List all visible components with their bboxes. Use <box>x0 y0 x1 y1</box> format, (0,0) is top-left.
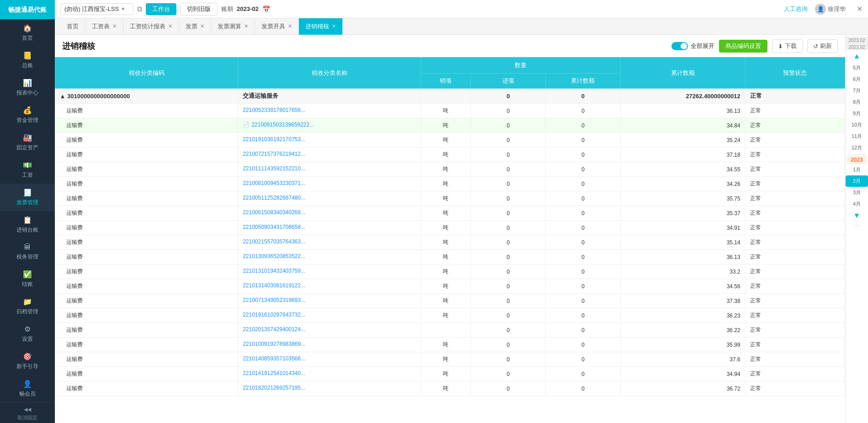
support-link[interactable]: 人工咨询 <box>784 5 808 13</box>
user-menu[interactable]: 👤 徐淫华 <box>815 4 846 15</box>
sidebar-item-reports[interactable]: 📊 报表中心 <box>0 74 55 101</box>
cal-month-9[interactable]: 9月 <box>846 108 868 119</box>
tab-sales-verify[interactable]: 进销稽核 ✕ <box>299 18 343 35</box>
switch-version-button[interactable]: 切到旧版 <box>180 3 218 16</box>
sidebar-item-label: 资金管理 <box>16 116 38 124</box>
cal-month-12[interactable]: 12月 <box>846 142 868 153</box>
cell-name: 运输费 <box>55 250 238 264</box>
table-row[interactable]: 运输费 📄 2210091503139659222... 吨 0 0 34.84… <box>55 118 845 133</box>
workspace-button[interactable]: 工作台 <box>146 3 176 15</box>
table-row[interactable]: 运输费 2210100919278983869... 吨 0 0 35.99 正… <box>55 338 845 352</box>
sidebar-item-settings[interactable]: ⚙ 设置 <box>0 320 55 348</box>
table-row[interactable]: 运输费 2210071349052319693... 吨 0 0 37.38 正… <box>55 294 845 308</box>
tab-close-icon[interactable]: ✕ <box>288 23 292 29</box>
tab-home[interactable]: 首页 <box>60 18 85 35</box>
cell-sales: 0 <box>471 264 546 279</box>
cell-unit: 吨 <box>421 264 471 279</box>
table-row[interactable]: 运输费 2210131019432403759... 吨 0 0 33.2 正常 <box>55 264 845 279</box>
table-row[interactable]: 运输费 2210182021269257195... 吨 0 0 36.72 正… <box>55 381 845 396</box>
sidebar-item-member[interactable]: 👤 畅会员 <box>0 375 55 402</box>
table-row[interactable]: 运输费 2210051125282667480... 吨 0 0 35.75 正… <box>55 191 845 206</box>
table-row[interactable]: 运输费 2210111143592152210... 吨 0 0 34.55 正… <box>55 162 845 177</box>
table-row[interactable]: 运输费 2210050903431708658... 吨 0 0 34.91 正… <box>55 221 845 235</box>
cal-month-feb[interactable]: 2月 <box>846 175 868 187</box>
tab-invoice-open[interactable]: 发票开具 ✕ <box>255 18 299 35</box>
cell-name: 运输费 <box>55 162 238 177</box>
table-row[interactable]: 运输费 2210191610297643732... 吨 0 0 36.23 正… <box>55 308 845 323</box>
cell-cumulative: 34.26 <box>620 177 745 191</box>
product-code-settings-button[interactable]: 商品编码设置 <box>719 40 767 53</box>
tab-close-icon[interactable]: ✕ <box>332 23 336 29</box>
tab-payroll-table[interactable]: 工资表 ✕ <box>85 18 123 35</box>
cell-unit: 吨 <box>421 308 471 323</box>
member-icon: 👤 <box>23 380 32 388</box>
cal-month-apr[interactable]: 4月 <box>846 198 868 210</box>
sidebar-item-home[interactable]: 🏠 首页 <box>0 19 55 47</box>
cell-cumulative: 34.91 <box>620 221 745 235</box>
avatar: 👤 <box>815 4 826 15</box>
tab-close-icon[interactable]: ✕ <box>112 23 117 29</box>
heart-icon: ♡ <box>852 222 862 234</box>
table-row[interactable]: 运输费 2210072157376219412... 吨 0 0 37.18 正… <box>55 148 845 162</box>
table-row[interactable]: 运输费 2210140859357103566... 吨 0 0 37.6 正常 <box>55 352 845 367</box>
company-selector[interactable]: (勿动) 江西报宝-LSS ▼ <box>60 3 133 15</box>
tab-close-icon[interactable]: ✕ <box>244 23 248 29</box>
cell-purchase: 0 <box>546 133 621 148</box>
cal-month-11[interactable]: 11月 <box>846 131 868 142</box>
tab-payroll-stats[interactable]: 工资统计报表 ✕ <box>123 18 179 35</box>
cal-month-mar[interactable]: 3月 <box>846 187 868 198</box>
table-row[interactable]: 运输费 2210141912541014340... 吨 0 0 34.94 正… <box>55 367 845 381</box>
tab-close-icon[interactable]: ✕ <box>168 23 172 29</box>
cal-month-8[interactable]: 8月 <box>846 96 868 108</box>
unpin-button[interactable]: ◀◀ 取消固定 <box>0 402 55 423</box>
tab-invoice-calc-label: 发票测算 <box>218 22 241 31</box>
cal-month-5[interactable]: 5月 <box>846 62 868 74</box>
sidebar-item-tax[interactable]: 🏛 税务管理 <box>0 238 55 265</box>
sidebar-item-guide[interactable]: 🎯 新手引导 <box>0 348 55 375</box>
sidebar-item-ledger[interactable]: 📒 总账 <box>0 47 55 74</box>
tab-close-icon[interactable]: ✕ <box>200 23 204 29</box>
close-button[interactable]: ✕ <box>857 5 863 13</box>
toggle-switch[interactable] <box>671 42 688 50</box>
tab-invoice-calc[interactable]: 发票测算 ✕ <box>211 18 255 35</box>
refresh-button[interactable]: ↺ 刷新 <box>807 39 838 53</box>
sidebar-item-invoice[interactable]: 🧾 发票管理 <box>0 184 55 211</box>
toggle-expand[interactable]: 全部展开 <box>671 42 714 50</box>
cell-purchase: 0 <box>546 367 621 381</box>
invoice-icon: 🧾 <box>23 188 32 197</box>
cal-month-6[interactable]: 6月 <box>846 74 868 85</box>
sidebar-item-archive[interactable]: 📁 归档管理 <box>0 293 55 320</box>
cal-month-10[interactable]: 10月 <box>846 119 868 131</box>
sidebar-item-assets[interactable]: 🏭 固定资产 <box>0 129 55 156</box>
table-row[interactable]: 运输费 2210131403081619122... 吨 0 0 34.56 正… <box>55 279 845 294</box>
sidebar-item-payroll[interactable]: 💵 工资 <box>0 156 55 184</box>
calendar-nav-up[interactable]: ▲ <box>852 50 863 62</box>
tab-invoice-open-label: 发票开具 <box>261 22 285 31</box>
cell-invoice: 2210182021269257195... <box>238 381 421 394</box>
copy-icon[interactable]: ⧉ <box>137 5 142 13</box>
sidebar-item-label: 总账 <box>22 62 33 69</box>
cell-purchase: 0 <box>546 264 621 279</box>
cell-cumulative: 33.2 <box>620 264 745 279</box>
sidebar-item-label: 进销台账 <box>16 226 38 234</box>
sidebar-item-settle[interactable]: ✅ 结账 <box>0 265 55 293</box>
sidebar-item-capital[interactable]: 💰 资金管理 <box>0 101 55 129</box>
cal-month-7[interactable]: 7月 <box>846 85 868 96</box>
download-button[interactable]: ⬇ 下载 <box>772 39 803 53</box>
calendar-nav-down[interactable]: ▼ <box>852 210 863 222</box>
calendar-icon[interactable]: 📅 <box>262 5 270 13</box>
table-row[interactable]: 运输费 2210061508340340268... 吨 0 0 35.37 正… <box>55 206 845 221</box>
table-row[interactable]: ▲ 3010000000000000000 交通运输服务 0 0 27262.4… <box>55 89 845 104</box>
table-row[interactable]: 运输费 2210191036192170753... 吨 0 0 35.24 正… <box>55 133 845 148</box>
cell-sales: 0 <box>471 323 546 338</box>
sidebar-item-sales-ledger[interactable]: 📋 进销台账 <box>0 211 55 238</box>
tab-invoice[interactable]: 发票 ✕ <box>179 18 211 35</box>
table-row[interactable]: 运输费 2210021557035764363... 吨 0 0 35.14 正… <box>55 235 845 250</box>
table-row[interactable]: 运输费 2210201357429400124... 0 0 36.22 正常 <box>55 323 845 338</box>
table-row[interactable]: 运输费 2210052338178017656... 吨 0 0 36.13 正… <box>55 104 845 118</box>
tab-payroll-table-label: 工资表 <box>92 22 110 31</box>
topbar-right: 人工咨询 👤 徐淫华 ✕ <box>784 4 863 15</box>
cal-month-jan[interactable]: 1月 <box>846 164 868 175</box>
table-row[interactable]: 运输费 2210081009453230371... 吨 0 0 34.26 正… <box>55 177 845 191</box>
table-row[interactable]: 运输费 2210130936520853522... 吨 0 0 36.13 正… <box>55 250 845 264</box>
